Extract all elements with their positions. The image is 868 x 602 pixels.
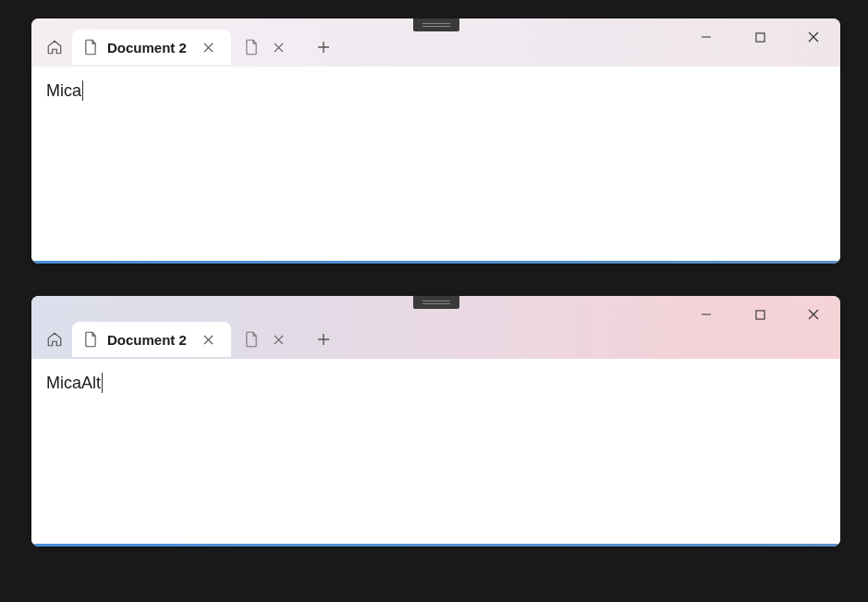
document-icon xyxy=(83,39,98,55)
content-text: Mica xyxy=(46,81,81,100)
maximize-button[interactable] xyxy=(733,18,787,55)
tab-active[interactable]: Document 2 xyxy=(72,322,231,357)
titlebar[interactable]: Document 2 xyxy=(31,296,840,359)
tab-close-button[interactable] xyxy=(196,34,222,60)
tab-label: Document 2 xyxy=(107,332,187,348)
maximize-icon xyxy=(755,32,765,43)
tab-row: Document 2 xyxy=(31,28,336,67)
maximize-button[interactable] xyxy=(733,296,787,333)
grip-handle[interactable] xyxy=(413,296,459,309)
tab-close-button[interactable] xyxy=(196,326,222,352)
minimize-icon xyxy=(701,31,712,43)
close-icon xyxy=(808,31,819,43)
close-icon xyxy=(274,335,284,345)
close-icon xyxy=(203,335,214,345)
tab-close-button[interactable] xyxy=(266,326,292,352)
close-icon xyxy=(203,43,214,53)
plus-icon xyxy=(317,333,330,346)
close-icon xyxy=(274,43,284,53)
close-window-button[interactable] xyxy=(787,296,840,333)
minimize-button[interactable] xyxy=(679,18,733,55)
tab-row: Document 2 xyxy=(31,320,336,359)
window-mica-alt: Document 2 xyxy=(31,296,840,547)
tab-close-button[interactable] xyxy=(266,34,292,60)
content-text: MicaAlt xyxy=(46,374,101,392)
tab-inactive[interactable] xyxy=(237,326,300,352)
text-cursor xyxy=(82,80,83,101)
maximize-icon xyxy=(755,310,765,320)
window-accent-border xyxy=(31,261,840,264)
document-icon xyxy=(244,39,259,55)
home-button[interactable] xyxy=(39,324,70,355)
window-accent-border xyxy=(31,544,840,547)
plus-icon xyxy=(317,41,330,54)
close-window-button[interactable] xyxy=(787,18,840,55)
minimize-icon xyxy=(701,309,712,320)
new-tab-button[interactable] xyxy=(311,34,336,60)
home-icon xyxy=(46,331,63,348)
tab-active[interactable]: Document 2 xyxy=(72,30,231,65)
editor-content[interactable]: MicaAlt xyxy=(31,359,840,544)
window-controls xyxy=(679,296,840,333)
document-icon xyxy=(244,331,259,348)
window-controls xyxy=(679,18,840,55)
new-tab-button[interactable] xyxy=(311,326,336,352)
close-icon xyxy=(808,309,819,320)
titlebar[interactable]: Document 2 xyxy=(31,18,840,67)
grip-handle[interactable] xyxy=(413,18,459,31)
document-icon xyxy=(83,331,98,348)
tab-label: Document 2 xyxy=(107,40,187,55)
svg-rect-0 xyxy=(755,32,764,41)
home-button[interactable] xyxy=(39,31,70,63)
tab-inactive[interactable] xyxy=(237,34,300,60)
home-icon xyxy=(46,39,63,55)
text-cursor xyxy=(102,373,103,393)
editor-content[interactable]: Mica xyxy=(31,67,840,261)
minimize-button[interactable] xyxy=(679,296,733,333)
window-mica: Document 2 xyxy=(31,18,840,264)
svg-rect-1 xyxy=(755,310,764,318)
